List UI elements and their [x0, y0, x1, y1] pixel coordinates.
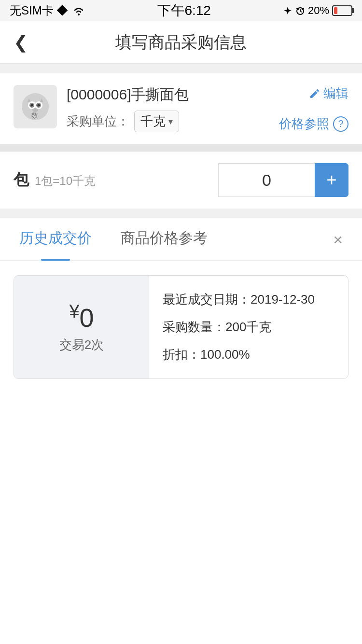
tab-reference-label: 商品价格参考 — [121, 228, 208, 250]
latest-date-label: 最近成交日期： — [163, 292, 251, 307]
quantity-input[interactable]: 0 — [218, 163, 315, 197]
status-carrier: 无SIM卡 ◆ — [10, 3, 85, 18]
status-time: 下午6:12 — [157, 1, 211, 20]
edit-label: 编辑 — [323, 85, 348, 102]
svg-point-8 — [38, 104, 40, 107]
price-ref-row: 价格参照 ? — [279, 115, 348, 132]
history-discount-row: 折扣：100.00% — [163, 345, 334, 364]
main-content-area — [0, 393, 362, 644]
carrier-text: 无SIM卡 ◆ — [10, 3, 68, 18]
quantity-controls: 0 + — [218, 163, 348, 197]
product-info: 数 [0000006]手撕面包 采购单位： 千克 ▾ — [14, 85, 189, 132]
tab-history-label: 历史成交价 — [19, 228, 92, 250]
quantity-plus-button[interactable]: + — [315, 163, 348, 197]
location-icon — [283, 6, 292, 15]
tab-header: 历史成交价 商品价格参考 × — [0, 218, 362, 261]
tab-section: 历史成交价 商品价格参考 × ¥0 交易2次 最近成交日期：2019-12-30 — [0, 218, 362, 393]
nav-header: ❮ 填写商品采购信息 — [0, 21, 362, 64]
purchase-quantity-value: 200千克 — [225, 320, 271, 334]
history-quantity-row: 采购数量：200千克 — [163, 318, 334, 336]
history-date-row: 最近成交日期：2019-12-30 — [163, 290, 334, 309]
history-price-area: ¥0 交易2次 — [14, 276, 149, 378]
edit-button[interactable]: 编辑 — [309, 85, 348, 102]
price-symbol: ¥ — [69, 301, 79, 322]
tab-content-history: ¥0 交易2次 最近成交日期：2019-12-30 采购数量：200千克 折扣：… — [0, 261, 362, 393]
product-unit-row: 采购单位： 千克 ▾ — [67, 111, 189, 132]
back-button[interactable]: ❮ — [14, 32, 28, 53]
unit-value: 千克 — [140, 113, 166, 130]
product-thumbnail: 数 — [14, 85, 57, 128]
chevron-down-icon: ▾ — [168, 116, 173, 127]
history-transaction-count: 交易2次 — [59, 336, 104, 353]
tab-active-underline — [41, 259, 70, 261]
price-ref-link[interactable]: 价格参照 — [279, 115, 329, 132]
discount-label: 折扣： — [163, 347, 200, 362]
history-details-area: 最近成交日期：2019-12-30 采购数量：200千克 折扣：100.00% — [149, 276, 348, 378]
status-bar: 无SIM卡 ◆ 下午6:12 20% — [0, 0, 362, 21]
wifi-icon — [72, 5, 85, 16]
product-details: [0000006]手撕面包 采购单位： 千克 ▾ — [67, 85, 189, 132]
purchase-quantity-label: 采购数量： — [163, 320, 225, 334]
unit-select-button[interactable]: 千克 ▾ — [134, 111, 179, 132]
history-card: ¥0 交易2次 最近成交日期：2019-12-30 采购数量：200千克 折扣：… — [14, 275, 348, 379]
section-divider — [0, 144, 362, 152]
svg-point-7 — [31, 104, 33, 107]
product-card: 数 [0000006]手撕面包 采购单位： 千克 ▾ 编辑 — [0, 73, 362, 144]
discount-value: 100.00% — [200, 347, 250, 362]
tab-close-button[interactable]: × — [333, 231, 343, 248]
product-logo-icon: 数 — [18, 90, 52, 124]
quantity-hint: 1包=10千克 — [35, 173, 96, 189]
quantity-row: 包 1包=10千克 0 + — [0, 152, 362, 209]
history-price-value: ¥0 — [69, 301, 94, 333]
unit-label: 采购单位： — [67, 113, 129, 130]
quantity-unit-label: 包 — [14, 169, 29, 191]
battery-icon — [332, 5, 352, 16]
help-icon[interactable]: ? — [333, 116, 348, 132]
tab-list: 历史成交价 商品价格参考 — [19, 218, 208, 261]
battery-percent: 20% — [308, 4, 329, 17]
status-right: 20% — [283, 4, 352, 17]
tab-history[interactable]: 历史成交价 — [19, 218, 92, 261]
svg-point-0 — [78, 14, 80, 15]
page-title: 填写商品采购信息 — [115, 31, 247, 54]
alarm-icon — [295, 6, 305, 15]
edit-icon — [309, 88, 320, 99]
latest-date-value: 2019-12-30 — [251, 292, 315, 307]
tab-reference[interactable]: 商品价格参考 — [121, 218, 208, 261]
svg-text:数: 数 — [31, 112, 38, 119]
quantity-label-area: 包 1包=10千克 — [14, 169, 96, 191]
product-name: [0000006]手撕面包 — [67, 85, 189, 105]
